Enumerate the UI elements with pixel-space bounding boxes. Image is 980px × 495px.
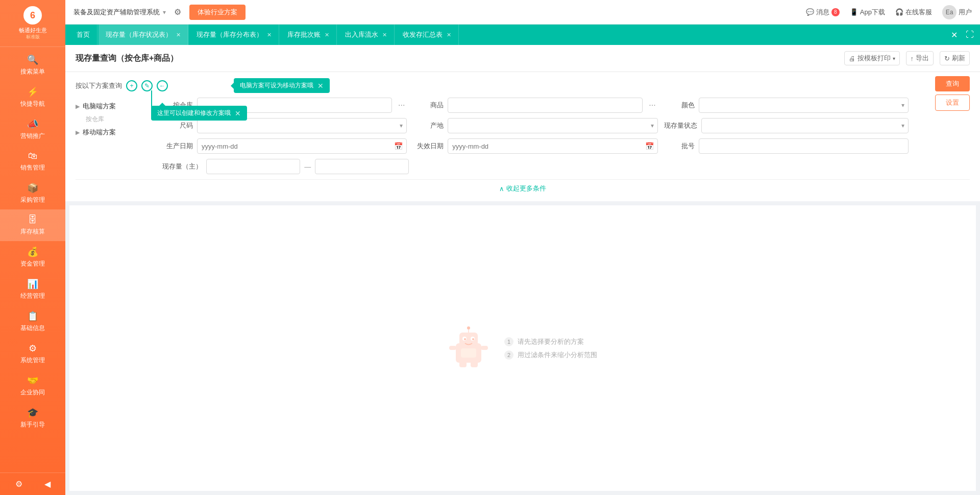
goods-input-wrap bbox=[448, 98, 643, 113]
size-label: 尺码 bbox=[162, 121, 193, 130]
sidebar-item-sales[interactable]: 🛍 销售管理 bbox=[0, 146, 65, 177]
stock-main-field: 现存量（主） — bbox=[162, 159, 409, 174]
tab-home-label: 首页 bbox=[77, 30, 90, 39]
enterprise-icon: 🤝 bbox=[27, 375, 38, 386]
system-name-chevron[interactable]: ▾ bbox=[163, 9, 166, 16]
add-scheme-button[interactable]: + bbox=[126, 80, 137, 91]
sidebar-item-marketing[interactable]: 📣 营销推广 bbox=[0, 113, 65, 146]
sidebar-item-finance[interactable]: 💰 资金管理 bbox=[0, 241, 65, 273]
tab-home[interactable]: 首页 bbox=[69, 25, 97, 45]
sidebar-item-label: 销售管理 bbox=[20, 163, 45, 172]
svg-rect-8 bbox=[449, 346, 456, 350]
empty-hint-2: 2 用过滤条件来缩小分析范围 bbox=[504, 350, 597, 360]
phone-icon: 📱 bbox=[850, 8, 858, 16]
page-header: 现存量查询（按仓库+商品） 🖨 按模板打印 ▾ ↑ 导出 ↻ 刷新 bbox=[65, 45, 980, 72]
warehouse-dots[interactable]: ··· bbox=[396, 101, 407, 110]
tab-inventory-status-label: 现存量（库存状况表） bbox=[106, 30, 172, 39]
tab-inout-flow-close[interactable]: ✕ bbox=[382, 32, 387, 38]
stock-min-input[interactable] bbox=[206, 159, 300, 174]
empty-state: 1 请先选择要分析的方案 2 用过滤条件来缩小分析范围 bbox=[69, 205, 976, 491]
tab-inventory-status[interactable]: 现存量（库存状况表） ✕ bbox=[99, 25, 188, 45]
topbar-settings-icon[interactable]: ⚙ bbox=[174, 7, 181, 17]
sidebar-item-basic[interactable]: 📋 基础信息 bbox=[0, 305, 65, 338]
empty-hints: 1 请先选择要分析的方案 2 用过滤条件来缩小分析范围 bbox=[504, 337, 597, 360]
query-button[interactable]: 查询 bbox=[935, 76, 970, 91]
tab-fullscreen-icon[interactable]: ⛶ bbox=[964, 28, 976, 41]
arrow-scheme-button[interactable]: ← bbox=[157, 80, 168, 91]
sidebar-item-operation[interactable]: 📊 经营管理 bbox=[0, 273, 65, 305]
sidebar-item-label: 库存核算 bbox=[20, 227, 45, 236]
scheme-pc-item[interactable]: ▶ 电脑端方案 bbox=[76, 100, 162, 113]
sidebar-item-inventory[interactable]: 🗄 库存核算 bbox=[0, 209, 65, 241]
sidebar-logo: 6 畅通好生意 标准版 bbox=[0, 0, 65, 47]
purchase-icon: 📦 bbox=[27, 182, 38, 194]
hint-num-2: 2 bbox=[504, 350, 513, 360]
collapse-up-icon: ∧ bbox=[499, 185, 504, 193]
message-icon: 💬 bbox=[806, 8, 814, 16]
svg-rect-9 bbox=[481, 346, 488, 350]
color-select[interactable] bbox=[699, 98, 909, 113]
goods-dots[interactable]: ··· bbox=[647, 101, 657, 110]
message-badge: 8 bbox=[831, 8, 840, 16]
svg-point-5 bbox=[472, 338, 474, 340]
sidebar-item-purchase[interactable]: 📦 采购管理 bbox=[0, 177, 65, 209]
tooltip-create-text: 这里可以创建和修改方案哦 bbox=[157, 109, 231, 117]
mfg-date-input[interactable] bbox=[197, 138, 407, 154]
batch-input[interactable] bbox=[699, 138, 909, 154]
chevron-down-icon: ▾ bbox=[893, 56, 895, 61]
sidebar-item-label: 基础信息 bbox=[20, 324, 45, 333]
sidebar-item-enterprise[interactable]: 🤝 企业协同 bbox=[0, 370, 65, 402]
sidebar-item-system[interactable]: ⚙ 系统管理 bbox=[0, 338, 65, 370]
sidebar-bottom: ⚙ ◀ bbox=[0, 473, 65, 495]
tab-batch-account-label: 库存批次账 bbox=[287, 30, 321, 39]
exp-date-calendar-icon[interactable]: 📅 bbox=[645, 142, 654, 150]
sales-icon: 🛍 bbox=[28, 151, 37, 161]
user-area[interactable]: Ea 用户 bbox=[942, 5, 972, 19]
range-separator: — bbox=[304, 163, 311, 171]
inventory-status-label: 现存量状态 bbox=[664, 121, 697, 130]
scheme-mobile-item[interactable]: ▶ 移动端方案 bbox=[76, 126, 162, 139]
goods-field: 商品 ··· bbox=[413, 98, 657, 113]
tab-inventory-status-close[interactable]: ✕ bbox=[176, 32, 181, 38]
edit-scheme-button[interactable]: ✎ bbox=[141, 80, 153, 91]
settings-bottom-icon[interactable]: ⚙ bbox=[15, 479, 22, 489]
message-button[interactable]: 💬 消息 8 bbox=[806, 8, 840, 17]
online-support-button[interactable]: 🎧 在线客服 bbox=[895, 8, 932, 17]
tab-inventory-dist-close[interactable]: ✕ bbox=[267, 32, 272, 38]
app-download-button[interactable]: 📱 App下载 bbox=[850, 8, 885, 17]
tooltip-create-close[interactable]: ✕ bbox=[235, 109, 241, 117]
headphone-icon: 🎧 bbox=[895, 8, 903, 16]
tab-receive-summary-close[interactable]: ✕ bbox=[447, 32, 451, 38]
tab-receive-summary[interactable]: 收发存汇总表 ✕ bbox=[396, 25, 459, 45]
sidebar-item-guide[interactable]: 🎓 新手引导 bbox=[0, 402, 65, 434]
mfg-date-calendar-icon[interactable]: 📅 bbox=[394, 142, 403, 150]
system-name-text: 装备及固定资产辅助管理系统 bbox=[74, 8, 160, 17]
exp-date-input[interactable] bbox=[448, 138, 657, 154]
origin-select[interactable] bbox=[448, 118, 657, 133]
export-button[interactable]: ↑ 导出 bbox=[906, 51, 934, 65]
template-print-button[interactable]: 🖨 按模板打印 ▾ bbox=[844, 51, 900, 65]
message-label: 消息 bbox=[816, 8, 829, 17]
empty-hint-1: 1 请先选择要分析的方案 bbox=[504, 337, 597, 346]
goods-input[interactable] bbox=[448, 98, 643, 113]
sidebar-item-label: 营销推广 bbox=[20, 132, 45, 140]
tab-batch-account-close[interactable]: ✕ bbox=[325, 32, 329, 38]
print-icon: 🖨 bbox=[849, 55, 855, 62]
inventory-status-select[interactable] bbox=[701, 118, 909, 133]
tab-inventory-dist[interactable]: 现存量（库存分布表） ✕ bbox=[189, 25, 279, 45]
marketing-icon: 📣 bbox=[27, 119, 38, 130]
sidebar-item-navigate[interactable]: ⚡ 快捷导航 bbox=[0, 81, 65, 113]
tab-close-all-icon[interactable]: ✕ bbox=[949, 28, 960, 42]
search-fields-area: 按仓库 ··· 商品 ··· bbox=[162, 98, 970, 179]
mfg-date-label: 生产日期 bbox=[162, 142, 193, 151]
origin-label: 产地 bbox=[413, 121, 444, 130]
refresh-button[interactable]: ↻ 刷新 bbox=[940, 51, 970, 65]
tab-inout-flow[interactable]: 出入库流水 ✕ bbox=[338, 25, 395, 45]
trial-button[interactable]: 体验行业方案 bbox=[189, 5, 246, 20]
collapse-sidebar-icon[interactable]: ◀ bbox=[44, 479, 51, 489]
tooltip-pc-close[interactable]: ✕ bbox=[317, 82, 324, 90]
sidebar-item-search[interactable]: 🔍 搜索菜单 bbox=[0, 49, 65, 81]
tab-batch-account[interactable]: 库存批次账 ✕ bbox=[280, 25, 337, 45]
stock-max-input[interactable] bbox=[315, 159, 409, 174]
collapse-bar[interactable]: ∧ 收起更多条件 bbox=[76, 179, 970, 197]
